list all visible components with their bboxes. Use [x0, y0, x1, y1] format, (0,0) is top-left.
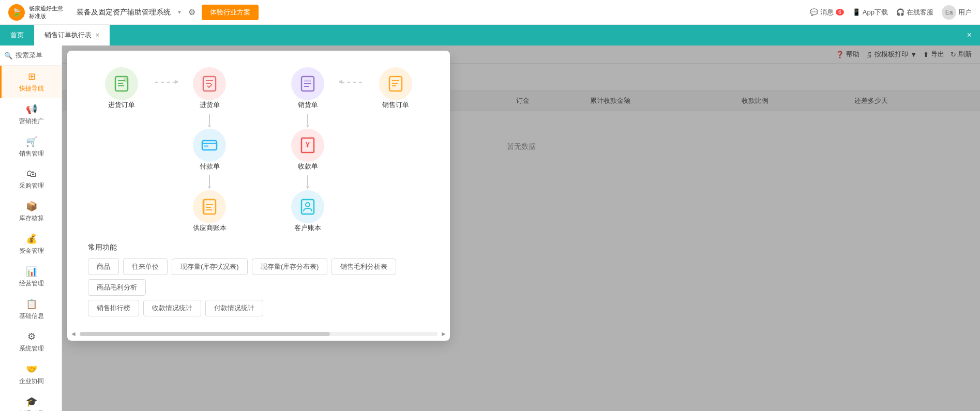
common-btn-row2-1[interactable]: 收款情况统计 [143, 300, 201, 316]
common-btn-1[interactable]: 往来单位 [123, 258, 168, 275]
message-btn[interactable]: 💬 消息 6 [810, 8, 844, 17]
sidebar-item-system[interactable]: ⚙ 系统管理 [0, 326, 62, 358]
sidebar-search[interactable]: 🔍 搜索菜单 [0, 45, 62, 66]
tab-home[interactable]: 首页 [0, 25, 34, 45]
svg-rect-15 [202, 141, 217, 150]
finance-icon: 💰 [26, 233, 37, 245]
receipt-circle: ¥ [291, 129, 324, 162]
quick-nav-icon: ⊞ [28, 71, 36, 82]
sales-order-circle [379, 67, 412, 100]
sidebar-item-purchase[interactable]: 🛍 采购管理 [0, 163, 62, 195]
payment-circle [193, 129, 226, 162]
svg-rect-17 [204, 145, 208, 147]
sidebar-item-finance[interactable]: 💰 资金管理 [0, 228, 62, 261]
flow-section: 进货订单 ▶ 进货单 [67, 51, 450, 243]
tab-sales-order-exec[interactable]: 销售订单执行表 × [34, 25, 110, 45]
scrollbar-track[interactable] [80, 332, 438, 336]
common-btns-row1: 商品往来单位现存量(库存状况表)现存量(库存分布表)销售毛利分析表商品毛利分析 [88, 258, 429, 296]
common-functions-title: 常用功能 [88, 243, 429, 252]
sidebar-item-sales[interactable]: 🛒 销售管理 [0, 131, 62, 163]
collab-icon: 🤝 [26, 363, 37, 375]
message-badge: 6 [836, 9, 844, 16]
flow-item-payment[interactable]: 付款单 [176, 129, 243, 171]
sidebar-item-quick-nav[interactable]: ⊞ 快捷导航 [0, 66, 62, 98]
arrow-po-to-pr: ▶ [155, 67, 176, 83]
sales-receipt-circle [291, 67, 324, 100]
message-icon: 💬 [810, 8, 818, 16]
logo-icon: 🍃 [8, 4, 25, 21]
sidebar-item-inventory[interactable]: 📦 库存核算 [0, 195, 62, 228]
common-btn-2[interactable]: 现存量(库存状况表) [172, 258, 248, 275]
sidebar-item-collab[interactable]: 🤝 企业协同 [0, 358, 62, 391]
sidebar-item-guide[interactable]: 🎓 新手引导 [0, 391, 62, 411]
content-area: ❓ 帮助 🖨 按模板打印 ▼ ⬆ 导出 ↻ 刷新 📅 [62, 45, 980, 411]
flow-item-supplier-ledger[interactable]: 供应商账本 [176, 190, 243, 233]
user-profile-btn[interactable]: Ea 用户 [942, 5, 972, 20]
common-btn-0[interactable]: 商品 [88, 258, 119, 275]
svg-text:¥: ¥ [306, 141, 310, 149]
operations-icon: 📊 [26, 266, 37, 277]
online-service-btn[interactable]: 🎧 在线客服 [896, 8, 933, 17]
search-icon: 🔍 [4, 52, 12, 59]
arrow-so-to-sr: ◀ [341, 67, 362, 83]
modal-overlay[interactable]: 进货订单 ▶ 进货单 [62, 45, 980, 411]
logo-area: 🍃 畅康通好生意 标准版 [8, 4, 70, 21]
flow-item-customer-ledger[interactable]: 客户账本 [274, 190, 341, 233]
logo-text: 畅康通好生意 标准版 [29, 5, 63, 20]
try-btn[interactable]: 体验行业方案 [202, 5, 259, 20]
main-layout: 🔍 搜索菜单 ⊞ 快捷导航 📢 营销推广 🛒 销售管理 🛍 采购管理 📦 库存核… [0, 45, 980, 411]
sidebar-item-basic-info[interactable]: 📋 基础信息 [0, 293, 62, 326]
modal-scrollbar: ◀ ▶ [67, 331, 450, 341]
common-btn-5[interactable]: 商品毛利分析 [88, 279, 146, 296]
basic-info-icon: 📋 [26, 298, 37, 310]
top-header: 🍃 畅康通好生意 标准版 装备及固定资产辅助管理系统 ▼ ⚙ 体验行业方案 💬 … [0, 0, 980, 25]
system-dropdown-icon[interactable]: ▼ [177, 9, 182, 15]
tab-close-icon[interactable]: × [96, 32, 99, 39]
common-btn-row2-2[interactable]: 付款情况统计 [205, 300, 263, 316]
nav-tabs: 首页 销售订单执行表 × × [0, 25, 980, 45]
system-icon: ⚙ [27, 331, 36, 342]
scroll-left-icon[interactable]: ◀ [71, 331, 76, 337]
modal: 进货订单 ▶ 进货单 [67, 51, 450, 341]
arrow-payment-down: ▼ [176, 175, 243, 190]
app-download-btn[interactable]: 📱 App下载 [852, 8, 888, 17]
window-close-icon[interactable]: × [959, 31, 980, 40]
sidebar-item-marketing[interactable]: 📢 营销推广 [0, 98, 62, 131]
guide-icon: 🎓 [26, 396, 37, 407]
flow-item-sales-receipt[interactable]: 销货单 [274, 67, 341, 110]
svg-rect-24 [203, 200, 205, 214]
inventory-icon: 📦 [26, 201, 37, 212]
purchase-receipt-circle [193, 67, 226, 100]
purchase-icon: 🛍 [27, 169, 36, 179]
common-btns-row2: 销售排行榜收款情况统计付款情况统计 [88, 300, 429, 316]
arrow-receipt-down: ▼ [274, 175, 341, 190]
sidebar: 🔍 搜索菜单 ⊞ 快捷导航 📢 营销推广 🛒 销售管理 🛍 采购管理 📦 库存核… [0, 45, 62, 411]
sidebar-item-operations[interactable]: 📊 经营管理 [0, 261, 62, 293]
header-right: 💬 消息 6 📱 App下载 🎧 在线客服 Ea 用户 [810, 5, 972, 20]
settings-icon[interactable]: ⚙ [188, 7, 195, 17]
flow-item-receipt[interactable]: ¥ 收款单 [274, 129, 341, 171]
svg-rect-8 [304, 80, 311, 82]
flow-item-purchase-receipt[interactable]: 进货单 [176, 67, 243, 110]
system-title: 装备及固定资产辅助管理系统 [77, 8, 171, 17]
flow-item-sales-order[interactable]: 销售订单 [362, 67, 429, 110]
marketing-icon: 📢 [26, 103, 37, 115]
purchase-order-circle [105, 67, 138, 100]
supplier-ledger-circle [193, 190, 226, 223]
common-section: 常用功能 商品往来单位现存量(库存状况表)现存量(库存分布表)销售毛利分析表商品… [67, 243, 450, 331]
scroll-right-icon[interactable]: ▶ [442, 331, 446, 337]
common-btn-4[interactable]: 销售毛利分析表 [331, 258, 396, 275]
sales-icon: 🛒 [26, 136, 37, 147]
common-btn-row2-0[interactable]: 销售排行榜 [88, 300, 139, 316]
arrow-sr-down: ▼ [274, 114, 341, 129]
flow-item-purchase-order[interactable]: 进货订单 [88, 67, 155, 110]
scrollbar-thumb [80, 332, 330, 336]
avatar: Ea [942, 5, 956, 20]
common-btn-3[interactable]: 现存量(库存分布表) [252, 258, 328, 275]
headset-icon: 🎧 [896, 8, 904, 16]
customer-ledger-circle [291, 190, 324, 223]
svg-point-26 [306, 203, 310, 207]
arrow-pr-down: ▼ [176, 114, 243, 129]
phone-icon: 📱 [852, 8, 861, 16]
